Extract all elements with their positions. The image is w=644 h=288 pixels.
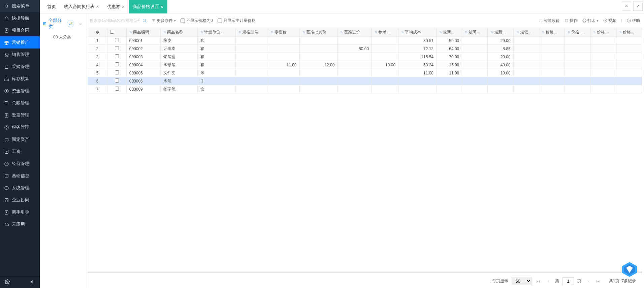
- edit-category-button[interactable]: [67, 20, 74, 27]
- sort-icon: ⇅: [200, 30, 203, 34]
- col-9[interactable]: ⇅参考...: [372, 28, 398, 37]
- sidebar-item-17[interactable]: 新手引导: [0, 206, 40, 218]
- operations-link[interactable]: 操作: [565, 18, 578, 24]
- help-link[interactable]: 帮助: [627, 18, 640, 24]
- horizontal-scrollbar[interactable]: [88, 270, 642, 274]
- tab-2[interactable]: 优惠券✕: [103, 0, 129, 13]
- print-link[interactable]: 打印▾: [582, 18, 599, 24]
- tab-3[interactable]: 商品价格设置✕: [129, 0, 167, 13]
- prev-page-button[interactable]: ‹: [545, 279, 552, 284]
- close-icon[interactable]: ✕: [122, 5, 125, 9]
- col-5[interactable]: ⇅规格型号: [236, 28, 268, 37]
- row-checkbox[interactable]: [115, 54, 119, 58]
- sidebar-item-3[interactable]: 营销推广: [0, 36, 40, 49]
- all-categories-label[interactable]: 全部分类: [49, 18, 65, 30]
- sidebar-item-13[interactable]: 经营管理: [0, 158, 40, 170]
- col-16[interactable]: ⇅价格...: [565, 28, 590, 37]
- sidebar-item-15[interactable]: 系统管理: [0, 182, 40, 194]
- table-row[interactable]: 2000002记事本箱80.0072.1264.008.85: [88, 45, 642, 53]
- col-8[interactable]: ⇅基准进价: [337, 28, 372, 37]
- receipt-icon: [4, 113, 9, 118]
- tab-0[interactable]: 首页: [43, 0, 60, 13]
- next-page-button[interactable]: ›: [585, 279, 591, 284]
- sidebar-item-label: 销售管理: [12, 52, 29, 58]
- sidebar-item-8[interactable]: 总账管理: [0, 97, 40, 109]
- page-number-input[interactable]: [562, 277, 574, 285]
- sidebar-item-label: 经营管理: [12, 161, 29, 167]
- sidebar-item-12[interactable]: 工资: [0, 146, 40, 158]
- select-all-checkbox[interactable]: [110, 30, 114, 34]
- assistant-icon[interactable]: [621, 261, 638, 278]
- page-size-select[interactable]: 50: [512, 277, 532, 285]
- col-10[interactable]: ⇅平均成本: [398, 28, 437, 37]
- close-icon[interactable]: ✕: [160, 5, 163, 9]
- sidebar-item-14[interactable]: 基础信息: [0, 170, 40, 182]
- close-all-button[interactable]: ✕: [622, 1, 631, 11]
- table-row[interactable]: 7000009签字笔盒: [88, 85, 642, 93]
- page-size-label: 每页显示: [492, 278, 508, 284]
- only-prime-checkbox[interactable]: 只显示主计量价格: [218, 18, 256, 24]
- sidebar-item-10[interactable]: 税务管理: [0, 121, 40, 133]
- more-conditions-link[interactable]: 更多条件▾: [152, 18, 176, 24]
- pager-summary: 共1页, 7条记录: [609, 278, 636, 284]
- sound-icon[interactable]: [30, 279, 35, 285]
- gear-icon[interactable]: [5, 279, 10, 285]
- tab-label: 首页: [47, 4, 56, 9]
- sort-icon: ⇅: [568, 30, 570, 34]
- col-15[interactable]: ⇅价格...: [539, 28, 565, 37]
- guide-icon: [4, 210, 9, 215]
- col-17[interactable]: ⇅价格...: [590, 28, 616, 37]
- col-label: 基准批发价: [306, 30, 326, 34]
- sidebar-item-2[interactable]: 项目合同: [0, 24, 40, 36]
- sidebar-item-9[interactable]: 发票管理: [0, 109, 40, 121]
- first-page-button[interactable]: ⏮: [535, 279, 542, 284]
- table-row[interactable]: 6000006水笔手: [88, 77, 642, 85]
- smart-price-link[interactable]: 智能改价: [539, 18, 560, 24]
- hide-zero-checkbox[interactable]: 不显示价格为0: [181, 18, 213, 24]
- close-icon[interactable]: ✕: [96, 5, 99, 9]
- col-18[interactable]: ⇅价格...: [616, 28, 642, 37]
- col-11[interactable]: ⇅最新...: [437, 28, 462, 37]
- search-input[interactable]: [90, 17, 140, 24]
- sidebar-item-4[interactable]: 销售管理: [0, 49, 40, 61]
- sidebar-item-7[interactable]: 资金管理: [0, 85, 40, 97]
- collapse-icon[interactable]: «: [77, 21, 83, 27]
- row-checkbox[interactable]: [115, 78, 119, 83]
- tab-1[interactable]: 收入合同执行表✕: [60, 0, 103, 13]
- table-row[interactable]: 3000003铅笔盒箱115.5470.0020.00: [88, 53, 642, 61]
- col-7[interactable]: ⇅基准批发价: [300, 28, 338, 37]
- search-icon[interactable]: [142, 18, 147, 23]
- sidebar-item-0[interactable]: 搜索菜单: [0, 0, 40, 12]
- col-13[interactable]: ⇅最新...: [488, 28, 513, 37]
- col-4[interactable]: ⇅计量单位...: [198, 28, 236, 37]
- row-checkbox[interactable]: [115, 70, 119, 74]
- col-14[interactable]: ⇅最低...: [514, 28, 539, 37]
- sidebar-item-16[interactable]: 企业协同: [0, 194, 40, 206]
- row-checkbox[interactable]: [115, 62, 119, 66]
- row-checkbox[interactable]: [115, 46, 119, 50]
- col-6[interactable]: ⇅零售价: [268, 28, 299, 37]
- svg-rect-10: [5, 150, 8, 153]
- row-checkbox[interactable]: [115, 38, 119, 42]
- video-link[interactable]: 视频: [603, 18, 616, 24]
- col-2[interactable]: ⇅商品编码: [127, 28, 161, 37]
- table-row[interactable]: 4000004水彩笔箱11.0012.0010.0053.2415.0040.0…: [88, 61, 642, 69]
- col-1[interactable]: [107, 28, 126, 37]
- gear-icon[interactable]: ⚙: [90, 30, 104, 35]
- sidebar-item-18[interactable]: 云应用: [0, 218, 40, 230]
- sidebar-item-1[interactable]: 快捷导航: [0, 12, 40, 24]
- sidebar-item-5[interactable]: 采购管理: [0, 61, 40, 73]
- sidebar-item-11[interactable]: 固定资产: [0, 133, 40, 146]
- table-row[interactable]: 1000001橡皮套80.5150.0029.00: [88, 37, 642, 45]
- sidebar-item-label: 快捷导航: [12, 15, 29, 21]
- category-node[interactable]: 00 未分类: [41, 31, 85, 40]
- last-page-button[interactable]: ⏭: [595, 279, 602, 284]
- col-label: 参考...: [378, 30, 390, 34]
- col-12[interactable]: ⇅最高...: [462, 28, 488, 37]
- row-checkbox[interactable]: [115, 87, 119, 91]
- col-3[interactable]: ⇅商品名称: [161, 28, 198, 37]
- sidebar-item-6[interactable]: 库存核算: [0, 73, 40, 85]
- col-0[interactable]: ⚙: [88, 28, 107, 37]
- table-row[interactable]: 5000005文件夹米11.0011.0010.00: [88, 69, 642, 77]
- fullscreen-button[interactable]: ⤢: [633, 1, 643, 11]
